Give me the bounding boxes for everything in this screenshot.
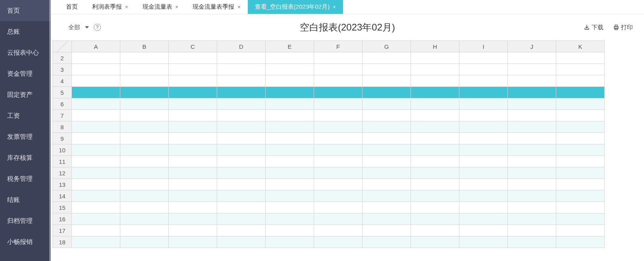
cell[interactable] bbox=[120, 133, 169, 144]
cell[interactable] bbox=[266, 190, 314, 202]
cell[interactable] bbox=[459, 75, 508, 87]
cell[interactable] bbox=[508, 87, 556, 98]
cell[interactable] bbox=[217, 213, 266, 225]
cell[interactable] bbox=[169, 213, 217, 225]
spreadsheet[interactable]: ABCDEFGHIJK23456789101112131415161718 bbox=[52, 40, 605, 248]
cell[interactable] bbox=[508, 144, 556, 156]
cell[interactable] bbox=[411, 144, 459, 156]
cell[interactable] bbox=[217, 133, 266, 144]
cell[interactable] bbox=[217, 156, 266, 167]
column-header[interactable]: D bbox=[217, 41, 266, 52]
cell[interactable] bbox=[459, 179, 508, 190]
close-icon[interactable]: × bbox=[333, 4, 336, 10]
sidebar-item[interactable]: 归档管理 bbox=[0, 210, 51, 231]
cell[interactable] bbox=[72, 156, 120, 167]
cell[interactable] bbox=[314, 156, 362, 167]
cell[interactable] bbox=[314, 179, 362, 190]
cell[interactable] bbox=[556, 121, 605, 133]
row-header[interactable]: 4 bbox=[53, 75, 72, 87]
cell[interactable] bbox=[411, 52, 459, 64]
download-button[interactable]: 下载 bbox=[584, 24, 604, 31]
cell[interactable] bbox=[362, 87, 411, 98]
cell[interactable] bbox=[556, 179, 605, 190]
cell[interactable] bbox=[508, 167, 556, 179]
cell[interactable] bbox=[556, 87, 605, 98]
column-header[interactable]: C bbox=[169, 41, 217, 52]
cell[interactable] bbox=[314, 98, 362, 110]
row-header[interactable]: 13 bbox=[53, 179, 72, 190]
cell[interactable] bbox=[556, 156, 605, 167]
column-header[interactable]: H bbox=[411, 41, 459, 52]
cell[interactable] bbox=[362, 64, 411, 75]
cell[interactable] bbox=[169, 144, 217, 156]
cell[interactable] bbox=[169, 236, 217, 248]
cell[interactable] bbox=[556, 144, 605, 156]
cell[interactable] bbox=[72, 64, 120, 75]
cell[interactable] bbox=[120, 202, 169, 213]
cell[interactable] bbox=[266, 213, 314, 225]
tab[interactable]: 现金流量表× bbox=[135, 0, 186, 14]
cell[interactable] bbox=[169, 167, 217, 179]
cell[interactable] bbox=[508, 213, 556, 225]
row-header[interactable]: 11 bbox=[53, 156, 72, 167]
cell[interactable] bbox=[411, 225, 459, 236]
cell[interactable] bbox=[459, 133, 508, 144]
print-button[interactable]: 打印 bbox=[613, 24, 633, 31]
row-header[interactable]: 2 bbox=[53, 52, 72, 64]
cell[interactable] bbox=[508, 236, 556, 248]
cell[interactable] bbox=[169, 179, 217, 190]
cell[interactable] bbox=[459, 110, 508, 121]
cell[interactable] bbox=[217, 190, 266, 202]
cell[interactable] bbox=[266, 202, 314, 213]
cell[interactable] bbox=[314, 121, 362, 133]
cell[interactable] bbox=[266, 156, 314, 167]
cell[interactable] bbox=[362, 144, 411, 156]
sidebar-item[interactable]: 首页 bbox=[0, 0, 51, 21]
cell[interactable] bbox=[120, 167, 169, 179]
column-header[interactable]: G bbox=[362, 41, 411, 52]
row-header[interactable]: 15 bbox=[53, 202, 72, 213]
cell[interactable] bbox=[266, 110, 314, 121]
cell[interactable] bbox=[556, 133, 605, 144]
cell[interactable] bbox=[508, 179, 556, 190]
cell[interactable] bbox=[508, 225, 556, 236]
column-header[interactable]: J bbox=[508, 41, 556, 52]
column-header[interactable]: A bbox=[72, 41, 120, 52]
cell[interactable] bbox=[362, 190, 411, 202]
cell[interactable] bbox=[120, 213, 169, 225]
cell[interactable] bbox=[362, 213, 411, 225]
cell[interactable] bbox=[120, 87, 169, 98]
cell[interactable] bbox=[411, 98, 459, 110]
cell[interactable] bbox=[459, 167, 508, 179]
cell[interactable] bbox=[459, 156, 508, 167]
cell[interactable] bbox=[314, 202, 362, 213]
cell[interactable] bbox=[362, 110, 411, 121]
cell[interactable] bbox=[169, 190, 217, 202]
cell[interactable] bbox=[411, 75, 459, 87]
cell[interactable] bbox=[120, 225, 169, 236]
sidebar-item[interactable]: 工资 bbox=[0, 105, 51, 126]
cell[interactable] bbox=[314, 64, 362, 75]
cell[interactable] bbox=[217, 179, 266, 190]
row-header[interactable]: 14 bbox=[53, 190, 72, 202]
cell[interactable] bbox=[411, 213, 459, 225]
row-header[interactable]: 3 bbox=[53, 64, 72, 75]
cell[interactable] bbox=[314, 75, 362, 87]
row-header[interactable]: 8 bbox=[53, 121, 72, 133]
cell[interactable] bbox=[217, 202, 266, 213]
cell[interactable] bbox=[362, 225, 411, 236]
cell[interactable] bbox=[362, 98, 411, 110]
cell[interactable] bbox=[314, 213, 362, 225]
cell[interactable] bbox=[266, 121, 314, 133]
cell[interactable] bbox=[411, 87, 459, 98]
tab[interactable]: 利润表季报× bbox=[85, 0, 135, 14]
cell[interactable] bbox=[217, 110, 266, 121]
cell[interactable] bbox=[72, 98, 120, 110]
cell[interactable] bbox=[508, 133, 556, 144]
cell[interactable] bbox=[314, 110, 362, 121]
cell[interactable] bbox=[169, 202, 217, 213]
cell[interactable] bbox=[411, 202, 459, 213]
cell[interactable] bbox=[459, 225, 508, 236]
cell[interactable] bbox=[266, 225, 314, 236]
cell[interactable] bbox=[459, 236, 508, 248]
